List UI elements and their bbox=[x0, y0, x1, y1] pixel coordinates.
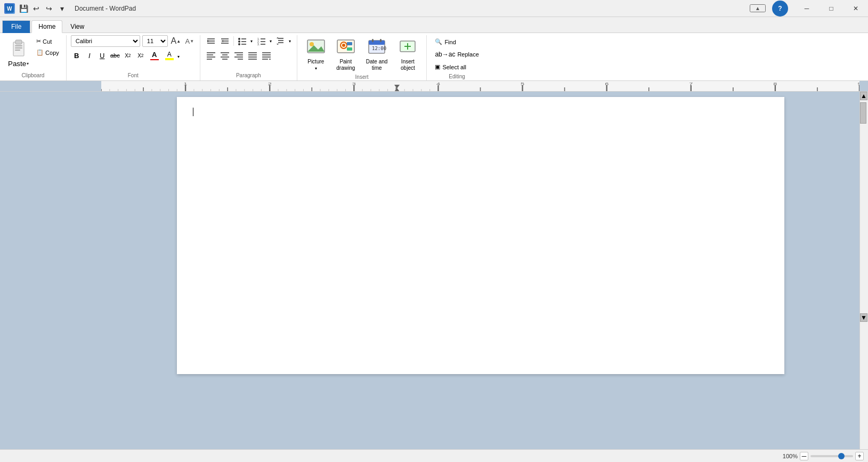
ruler-right-margin bbox=[859, 81, 868, 91]
replace-button[interactable]: ab→ac Replace bbox=[431, 48, 482, 60]
editing-buttons: 🔍 Find ab→ac Replace ▣ Select all bbox=[431, 36, 482, 72]
cut-icon: ✂ bbox=[36, 38, 41, 45]
bold-button[interactable]: B bbox=[71, 50, 83, 61]
insert-object-icon bbox=[398, 38, 417, 58]
cut-button[interactable]: ✂ Cut bbox=[34, 36, 62, 46]
zoom-plus-button[interactable]: + bbox=[855, 452, 864, 460]
redo-quick-btn[interactable]: ↪ bbox=[44, 3, 54, 14]
quick-access-toolbar: 💾 ↩ ↪ ▾ bbox=[18, 3, 67, 14]
document-wrapper[interactable] bbox=[101, 92, 859, 449]
font-row2: B I U abc X2 X2 A A ▾ bbox=[71, 50, 180, 61]
insert-object-button[interactable]: Insertobject bbox=[393, 35, 422, 73]
document-page[interactable] bbox=[177, 97, 784, 374]
superscript-button[interactable]: X2 bbox=[135, 50, 147, 61]
decrease-indent-button[interactable] bbox=[205, 35, 217, 47]
bullets-arrow[interactable]: ▾ bbox=[249, 35, 254, 47]
date-time-button[interactable]: 12:00 Date andtime bbox=[361, 35, 393, 73]
font-size-select[interactable]: 11 bbox=[142, 35, 168, 47]
picture-arrow[interactable]: ▾ bbox=[315, 66, 317, 71]
align-justify-button[interactable] bbox=[246, 50, 259, 61]
picture-button[interactable]: Picture ▾ bbox=[302, 35, 330, 72]
svg-text:W: W bbox=[7, 6, 12, 12]
ribbon: Paste ▾ ✂ Cut 📋 Copy Clipboard bbox=[0, 33, 868, 81]
font-color-arrow[interactable]: ▾ bbox=[177, 54, 180, 59]
svg-rect-4 bbox=[15, 45, 22, 46]
vertical-scrollbar[interactable]: ▲ ▼ bbox=[859, 92, 868, 449]
increase-indent-button[interactable] bbox=[218, 35, 231, 47]
svg-rect-64 bbox=[380, 39, 382, 42]
insert-group-label: Insert bbox=[302, 73, 423, 81]
bullets-list-button[interactable] bbox=[236, 35, 249, 47]
numbered-list-button[interactable]: 1.2.3. bbox=[255, 35, 268, 47]
svg-text:5: 5 bbox=[521, 81, 524, 86]
tab-view[interactable]: View bbox=[63, 20, 91, 33]
zoom-slider[interactable] bbox=[810, 455, 853, 457]
font-color-button[interactable]: A bbox=[148, 50, 161, 61]
svg-text:4: 4 bbox=[436, 81, 440, 86]
tab-file[interactable]: File bbox=[2, 20, 30, 33]
help-button[interactable]: ? bbox=[772, 1, 788, 17]
ruler-tab-marker[interactable] bbox=[394, 81, 400, 91]
subscript-button[interactable]: X2 bbox=[122, 50, 134, 61]
status-bar: 100% ─ + bbox=[0, 449, 868, 462]
svg-marker-31 bbox=[277, 44, 279, 45]
close-button[interactable]: ✕ bbox=[843, 0, 868, 17]
paste-button[interactable]: Paste ▾ bbox=[4, 35, 33, 69]
minimize-button[interactable]: ─ bbox=[794, 0, 819, 17]
zoom-thumb[interactable] bbox=[838, 453, 845, 459]
underline-button[interactable]: U bbox=[96, 50, 108, 61]
bullets-list-container: ▾ bbox=[236, 35, 254, 47]
italic-button[interactable]: I bbox=[84, 50, 95, 61]
clipboard-small-buttons: ✂ Cut 📋 Copy bbox=[34, 36, 62, 58]
highlight-color-button[interactable]: A bbox=[163, 50, 176, 61]
ribbon-collapse-btn[interactable]: ▲ bbox=[750, 4, 766, 12]
clipboard-content: Paste ▾ ✂ Cut 📋 Copy bbox=[4, 35, 62, 71]
save-quick-btn[interactable]: 💾 bbox=[18, 3, 29, 14]
copy-button[interactable]: 📋 Copy bbox=[34, 47, 62, 58]
zoom-minus-button[interactable]: ─ bbox=[800, 452, 808, 460]
undo-quick-btn[interactable]: ↩ bbox=[31, 3, 42, 14]
paragraph-row2 bbox=[205, 50, 273, 61]
ruler-left-margin bbox=[0, 81, 101, 91]
editing-group-label: Editing bbox=[431, 72, 482, 80]
scroll-thumb[interactable] bbox=[860, 102, 866, 124]
svg-text:6: 6 bbox=[605, 81, 609, 86]
paragraph-group-label: Paragraph bbox=[205, 71, 293, 79]
linespacing-arrow[interactable]: ▾ bbox=[287, 35, 293, 47]
paint-drawing-button[interactable]: Paintdrawing bbox=[331, 35, 360, 73]
tab-home[interactable]: Home bbox=[31, 20, 62, 33]
paste-label: Paste bbox=[8, 60, 26, 68]
line-spacing-button[interactable] bbox=[274, 35, 287, 47]
svg-rect-3 bbox=[15, 40, 22, 44]
scroll-up-btn[interactable]: ▲ bbox=[860, 92, 867, 100]
font-row1: Calibri 11 A▲ A▼ bbox=[71, 35, 196, 47]
scroll-down-btn[interactable]: ▼ bbox=[860, 313, 867, 322]
customize-quick-btn[interactable]: ▾ bbox=[56, 3, 67, 14]
picture-icon bbox=[306, 38, 326, 58]
copy-label: Copy bbox=[45, 50, 59, 56]
grow-font-button[interactable]: A▲ bbox=[170, 35, 182, 47]
left-margin-area bbox=[0, 92, 101, 449]
align-right2-button[interactable] bbox=[260, 50, 273, 61]
numbered-list-container: 1.2.3. ▾ bbox=[255, 35, 273, 47]
ribbon-tabs: File Home View bbox=[0, 17, 868, 33]
align-left-button[interactable] bbox=[205, 50, 217, 61]
title-bar-left: W 💾 ↩ ↪ ▾ Document - WordPad bbox=[4, 3, 136, 14]
svg-text:9: 9 bbox=[857, 81, 859, 86]
find-button[interactable]: 🔍 Find bbox=[431, 36, 482, 47]
shrink-font-button[interactable]: A▼ bbox=[184, 35, 196, 47]
font-family-select[interactable]: Calibri bbox=[71, 35, 140, 47]
align-right-button[interactable] bbox=[232, 50, 245, 61]
zoom-controls: 100% ─ + bbox=[783, 452, 864, 460]
align-center-button[interactable] bbox=[218, 50, 231, 61]
svg-point-54 bbox=[310, 42, 314, 46]
maximize-button[interactable]: □ bbox=[819, 0, 843, 17]
select-all-button[interactable]: ▣ Select all bbox=[431, 61, 482, 72]
scroll-track[interactable] bbox=[860, 100, 868, 313]
paste-arrow[interactable]: ▾ bbox=[27, 61, 29, 66]
svg-point-58 bbox=[342, 44, 345, 47]
svg-point-15 bbox=[238, 38, 240, 40]
strikethrough-button[interactable]: abc bbox=[109, 50, 121, 61]
numbered-list-arrow[interactable]: ▾ bbox=[268, 35, 273, 47]
svg-text:8: 8 bbox=[773, 81, 777, 86]
